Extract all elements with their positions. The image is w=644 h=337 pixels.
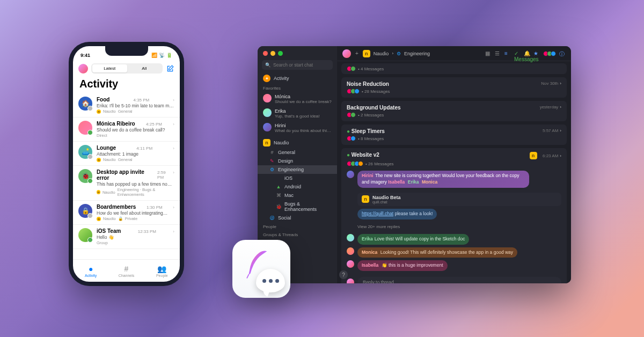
avatar	[263, 123, 272, 131]
user-avatar[interactable]	[342, 49, 351, 58]
breadcrumb: n Naudio › ⚙ Engineering	[363, 50, 430, 57]
iphone-frame: 9:41 📶 📡 🔋 Latest All Activity 🏠 Food4:3	[69, 42, 184, 286]
item-title: Food	[97, 97, 109, 102]
tab-people[interactable]: 👥People	[144, 260, 180, 282]
user-avatar[interactable]	[78, 64, 88, 74]
sidebar-channel-bugs[interactable]: 🐞Bugs & Enhancements	[258, 200, 337, 214]
sidebar-channel-engineering[interactable]: ⚙Engineering	[258, 165, 337, 174]
thread-icon: 🏠	[78, 97, 92, 111]
chevron-right-icon: ›	[173, 122, 174, 127]
tab-channels[interactable]: #Channels	[108, 260, 144, 282]
view-more-replies[interactable]: View 20+ more replies	[347, 222, 561, 231]
list-item[interactable]: 🛋️ Lounge4:11 PM› Attachment: 1 image nN…	[73, 142, 180, 166]
battery-icon: 🔋	[166, 53, 172, 58]
tab-all[interactable]: All	[127, 64, 162, 72]
user-avatar	[347, 279, 354, 283]
tab-bar: ●Activity #Channels 👥People	[73, 259, 180, 282]
section-people: People	[258, 222, 337, 230]
section-favorites: Favorites	[258, 84, 337, 92]
chevron-right-icon: ›	[560, 81, 561, 86]
thread-card[interactable]: • 4 Messages	[341, 63, 567, 74]
breadcrumb-channel[interactable]: Engineering	[404, 51, 430, 56]
tab-activity[interactable]: ●Activity	[73, 260, 108, 282]
item-meta: Direct	[97, 133, 174, 138]
sidebar-channel-design[interactable]: ✎Design	[258, 157, 337, 165]
messages-filter[interactable]: ✓ Messages	[514, 50, 521, 57]
item-meta: Group	[97, 240, 174, 245]
thread-card[interactable]: Background Updatesyesterday› • 2 Message…	[341, 101, 567, 121]
item-preview: Attachment: 1 image	[97, 151, 174, 157]
message[interactable]: HiriniThe new site is coming together! W…	[347, 171, 561, 188]
group-avatar	[78, 228, 92, 242]
search-input[interactable]: 🔍Search or start chat	[262, 60, 333, 70]
item-preview: Hello 👋	[97, 235, 174, 240]
sidebar-channel-social[interactable]: @Social	[258, 214, 337, 222]
minimize-button[interactable]	[270, 51, 275, 56]
maximize-button[interactable]	[278, 51, 283, 56]
item-title: Boardmembers	[97, 204, 136, 210]
notifications-icon[interactable]: 🔔	[524, 50, 530, 57]
item-time: 4:25 PM	[146, 122, 162, 127]
link-preview[interactable]: n Naudio Betaquill.chat	[357, 193, 561, 206]
breadcrumb-workspace[interactable]: Naudio	[374, 51, 389, 56]
sidebar-workspace[interactable]: nNaudio	[258, 137, 337, 148]
sidebar-conversation[interactable]: MónicaShould we do a coffee break?	[258, 92, 337, 106]
reply-input[interactable]: Reply to thread	[357, 277, 561, 283]
compose-button[interactable]	[166, 64, 174, 73]
page-title: Activity	[73, 77, 180, 93]
view-grid-icon[interactable]: ▦	[485, 50, 492, 57]
list-item[interactable]: 🏠 Food4:35 PM› Erika: I'll be 5-10 min l…	[73, 93, 180, 118]
item-meta: nNaudioGeneral	[97, 109, 174, 114]
chevron-right-icon: ›	[173, 205, 174, 210]
list-item[interactable]: Mónica Ribeiro4:25 PM› Should we do a co…	[73, 118, 180, 142]
list-item[interactable]: 🔒 Boardmembers1:30 PM› How do we feel ab…	[73, 201, 180, 225]
sidebar-activity[interactable]: ✦Activity	[258, 73, 337, 84]
traffic-lights	[258, 46, 337, 59]
person-avatar	[78, 121, 92, 135]
item-time: 4:35 PM	[133, 98, 149, 102]
item-preview: This has popped up a few times now…	[97, 181, 174, 187]
channel-icon: ⚙	[397, 51, 401, 56]
avatar	[263, 94, 272, 102]
speech-bubble-icon	[256, 269, 285, 292]
sidebar-channel-ios[interactable]: iOS	[258, 174, 337, 182]
message[interactable]: ErikaLove this! Will update copy in the …	[347, 234, 561, 245]
sidebar-conversation[interactable]: HiriniWhat do you think about this…	[258, 121, 337, 135]
workspace-icon: n	[263, 139, 270, 146]
item-time: 12:33 PM	[138, 229, 156, 234]
segmented-control: Latest All	[91, 63, 163, 74]
sidebar-channel-android[interactable]: ▲Android	[258, 182, 337, 191]
sidebar-conversation[interactable]: ErikaYup, that's a good idea!	[258, 106, 337, 121]
list-item[interactable]: 🐞 Desktop app invite error2:59 PM› This …	[73, 166, 180, 201]
item-title: Mónica Ribeiro	[97, 121, 135, 127]
sidebar-channel-general[interactable]: #General	[258, 148, 337, 157]
app-icon	[232, 240, 290, 298]
help-button[interactable]: ?	[339, 270, 348, 279]
chevron-right-icon: ›	[173, 146, 174, 151]
iphone-header: Latest All	[73, 61, 180, 77]
view-list-icon[interactable]: ☰	[495, 50, 501, 57]
star-icon[interactable]: ★	[533, 50, 540, 57]
add-button[interactable]: +	[355, 50, 358, 56]
tab-latest[interactable]: Latest	[92, 64, 127, 72]
view-compact-icon[interactable]: ≡	[504, 50, 511, 57]
thread-card[interactable]: ● Sleep Timers5:57 AM› • 8 Messages	[341, 124, 567, 145]
chevron-right-icon: ›	[392, 51, 393, 56]
chevron-right-icon: ›	[560, 105, 561, 109]
apple-icon	[276, 175, 281, 181]
sidebar-channel-mac[interactable]: ⌘Mac	[258, 191, 337, 200]
design-icon: ✎	[269, 158, 275, 164]
item-meta: nNaudioGeneral	[97, 157, 174, 162]
message[interactable]: Isabella 👏 this is a huge improvement	[347, 260, 561, 271]
threads-list[interactable]: • 4 Messages Noise ReductionNov 30th› • …	[337, 61, 571, 283]
message[interactable]: https://quill.chat please take a look!	[357, 209, 561, 219]
thread-card[interactable]: Noise ReductionNov 30th› • 28 Messages	[341, 77, 567, 98]
info-icon[interactable]: ⓘ	[559, 50, 566, 57]
item-time: 2:59 PM	[157, 170, 173, 180]
activity-list[interactable]: 🏠 Food4:35 PM› Erika: I'll be 5-10 min l…	[73, 93, 180, 259]
message[interactable]: Monica Looking good! This will definitel…	[347, 247, 561, 258]
members-avatars[interactable]	[543, 51, 556, 56]
item-time: 1:30 PM	[147, 205, 163, 210]
close-button[interactable]	[263, 51, 268, 56]
list-item[interactable]: iOS Team12:33 PM› Hello 👋 Group	[73, 225, 180, 249]
